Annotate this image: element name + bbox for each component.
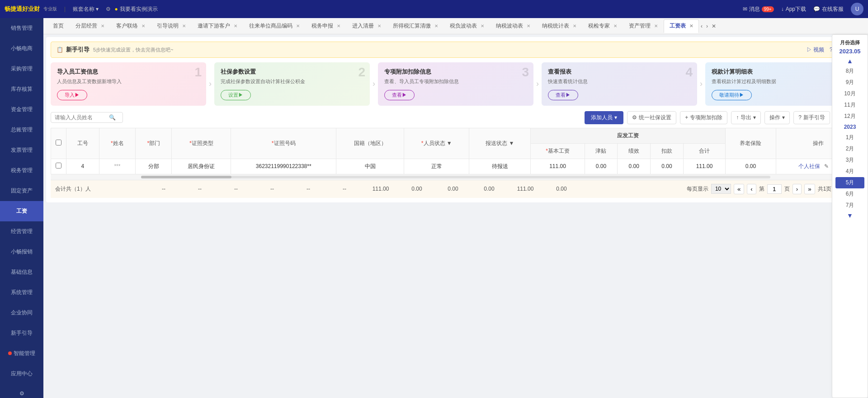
month-10[interactable]: 10月 (835, 88, 864, 99)
close-icon[interactable]: ✕ (182, 23, 186, 28)
action-social-link[interactable]: 个人社保 (798, 163, 820, 169)
action-edit-icon[interactable]: ✎ (824, 163, 829, 169)
sidebar-item-basic[interactable]: 基础信息 (0, 262, 43, 282)
step-1-btn[interactable]: 导入▶ (57, 90, 87, 100)
online-service-btn[interactable]: 💬 在线客服 (813, 5, 844, 13)
special-deduction-btn[interactable]: + 专项附加扣除 (680, 111, 727, 124)
step-2-btn[interactable]: 设置▶ (221, 90, 251, 100)
close-icon[interactable]: ✕ (527, 23, 530, 28)
sidebar-item-guide[interactable]: 新手引导 (0, 323, 43, 343)
tab-tax-burden[interactable]: 税负波动表✕ (444, 19, 490, 33)
tab-product-code[interactable]: 往来单位商品编码✕ (243, 19, 306, 33)
tab-asset[interactable]: 资产管理✕ (623, 19, 664, 33)
tab-tax-report[interactable]: 税务申报✕ (306, 19, 346, 33)
sidebar-item-collab[interactable]: 企业协同 (0, 303, 43, 323)
last-page-btn[interactable]: » (804, 184, 815, 194)
close-icon[interactable]: ✕ (434, 23, 438, 28)
month-7[interactable]: 7月 (835, 200, 864, 211)
sidebar-item-ledger[interactable]: 总账管理 (0, 120, 43, 140)
sidebar-item-sales[interactable]: 销售管理 (0, 18, 43, 38)
prev-page-btn[interactable]: ‹ (747, 184, 756, 194)
month-12[interactable]: 12月 (835, 111, 864, 122)
sidebar-item-asset[interactable]: 固定资产 (0, 181, 43, 201)
tab-guide[interactable]: 引导说明✕ (151, 19, 192, 33)
month-9[interactable]: 9月 (835, 77, 864, 88)
close-icon[interactable]: ✕ (377, 23, 381, 28)
step-5-btn[interactable]: 敬请期待▶ (712, 90, 752, 100)
tab-tax-wave[interactable]: 纳税波动表✕ (490, 19, 536, 33)
close-icon[interactable]: ✕ (689, 23, 693, 28)
next-page-btn[interactable]: › (793, 184, 802, 194)
action-btn[interactable]: 操作 ▾ (764, 111, 790, 124)
user-account[interactable]: 账套名称 ▾ (73, 5, 99, 13)
sidebar-item-system[interactable]: 系统管理 (0, 282, 43, 303)
row-checkbox-cell[interactable] (51, 159, 66, 174)
scrollbar[interactable] (51, 174, 861, 180)
add-person-btn[interactable]: 添加人员 ▾ (585, 111, 623, 124)
tab-invite[interactable]: 邀请下游客户✕ (192, 19, 243, 33)
close-icon[interactable]: ✕ (142, 23, 145, 28)
close-icon[interactable]: ✕ (613, 23, 617, 28)
per-page-select[interactable]: 10 20 50 (711, 184, 731, 194)
sidebar-item-tax[interactable]: 税务管理 (0, 160, 43, 181)
tab-home[interactable]: 首页 (47, 19, 70, 33)
demo-link[interactable]: ● 我要看实例演示 (114, 5, 157, 13)
tab-next-btn[interactable]: › (704, 21, 710, 31)
sidebar-item-purchase[interactable]: 采购管理 (0, 59, 43, 79)
month-2[interactable]: 2月 (835, 143, 864, 155)
filter-icon-status[interactable]: ▼ (447, 140, 452, 146)
page-input[interactable] (767, 184, 782, 194)
sidebar-item-finance[interactable]: 资金管理 (0, 99, 43, 120)
sidebar-item-invoice[interactable]: 发票管理 (0, 140, 43, 160)
tab-prev-btn[interactable]: ‹ (699, 21, 704, 31)
month-3[interactable]: 3月 (835, 155, 864, 166)
first-page-btn[interactable]: « (734, 184, 744, 194)
sidebar-item-payroll[interactable]: 工资 (0, 201, 43, 221)
select-all-checkbox[interactable] (56, 140, 61, 145)
close-icon[interactable]: ✕ (654, 23, 658, 28)
close-icon[interactable]: ✕ (101, 23, 104, 28)
social-security-btn[interactable]: ⚙ 统一社保设置 (627, 111, 676, 124)
year-2023[interactable]: 2023 (835, 122, 864, 132)
tab-payroll[interactable]: 工资表✕ (664, 19, 699, 33)
tab-income-tax[interactable]: 所得税汇算清缴✕ (387, 19, 444, 33)
tab-clearance[interactable]: 进入清册✕ (346, 19, 387, 33)
month-5[interactable]: 5月 (835, 177, 864, 188)
app-download-btn[interactable]: ↓ App下载 (781, 5, 806, 13)
tab-client[interactable]: 客户联络✕ (110, 19, 151, 33)
guide-video-link[interactable]: ▷ 视频 (807, 46, 824, 54)
month-4[interactable]: 4月 (835, 166, 864, 177)
tab-tax-stats[interactable]: 纳税统计表✕ (536, 19, 582, 33)
sidebar-settings-btn[interactable]: ⚙ (0, 384, 43, 398)
th-checkbox[interactable] (51, 128, 66, 159)
user-avatar[interactable]: U (851, 3, 863, 15)
month-1[interactable]: 1月 (835, 132, 864, 143)
tab-layered[interactable]: 分层经营✕ (70, 19, 110, 33)
month-6[interactable]: 6月 (835, 188, 864, 200)
step-3-btn[interactable]: 查看▶ (384, 90, 415, 100)
tab-close-all-btn[interactable]: ✕ (710, 21, 718, 31)
month-down-btn[interactable]: ▼ (846, 211, 854, 220)
month-11[interactable]: 11月 (835, 99, 864, 111)
month-8[interactable]: 8月 (835, 66, 864, 77)
sidebar-item-report[interactable]: 小畅报销 (0, 242, 43, 262)
sidebar-item-inventory[interactable]: 库存核算 (0, 79, 43, 99)
close-icon[interactable]: ✕ (481, 23, 484, 28)
close-icon[interactable]: ✕ (573, 23, 576, 28)
close-icon[interactable]: ✕ (337, 23, 340, 28)
close-icon[interactable]: ✕ (234, 23, 237, 28)
search-input[interactable] (55, 114, 109, 121)
sidebar-item-app[interactable]: 应用中心 (0, 364, 43, 384)
month-up-btn[interactable]: ▲ (846, 56, 854, 66)
step-4-btn[interactable]: 查看▶ (548, 90, 578, 100)
tab-tax-expert[interactable]: 税检专家✕ (582, 19, 623, 33)
row-checkbox[interactable] (56, 163, 61, 169)
close-icon[interactable]: ✕ (296, 23, 300, 28)
new-guide-btn[interactable]: ? 新手引导 (793, 111, 830, 124)
filter-icon-submit[interactable]: ▼ (509, 140, 514, 146)
sidebar-item-ops[interactable]: 经营管理 (0, 221, 43, 242)
sidebar-item-ecommerce[interactable]: 小畅电商 (0, 38, 43, 59)
export-btn[interactable]: ↑ 导出 ▾ (731, 111, 761, 124)
search-icon[interactable]: 🔍 (109, 114, 116, 121)
message-btn[interactable]: ✉ 消息 99+ (743, 5, 774, 13)
